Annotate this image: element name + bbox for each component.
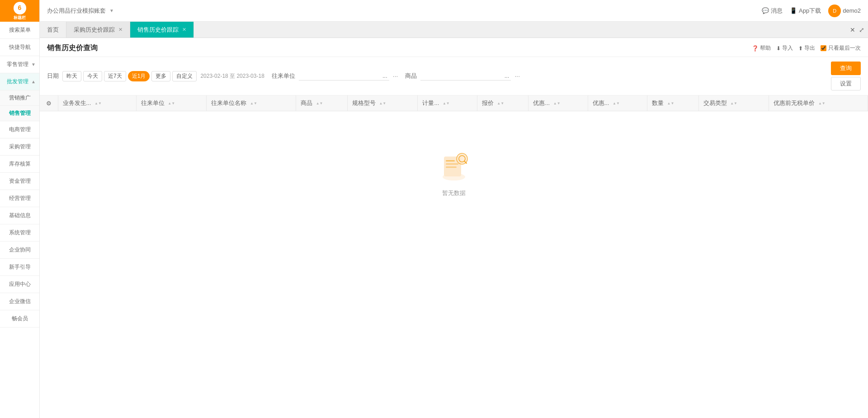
source-unit-label: 往来单位 [272,72,295,80]
date-btn-7days[interactable]: 近7天 [104,71,126,81]
table-header: ⚙ 业务发生... ▲▼ 往来单位 ▲▼ 往来单位名称 ▲▼ [40,95,868,111]
page-header-actions: ❓ 帮助 ⬇ 导入 ⬆ 导出 只看最后一次 [752,44,861,52]
top-header: 办公用品行业模拟账套 ▼ 💬 消息 📱 App下载 D demo2 [40,0,868,22]
sidebar-item-member[interactable]: 畅会员 [0,310,39,328]
sort-icon-qty: ▲▼ [667,102,674,105]
tab-close-sales[interactable]: ✕ [182,27,186,33]
main-content: 办公用品行业模拟账套 ▼ 💬 消息 📱 App下载 D demo2 首页 [40,0,868,418]
sidebar-item-guide[interactable]: 新手引导 [0,259,39,276]
sidebar-item-cooperation[interactable]: 企业协同 [0,242,39,259]
import-icon: ⬇ [776,45,781,52]
sidebar-item-app-center[interactable]: 应用中心 [0,276,39,293]
empty-state: 暂无数据 [40,111,868,233]
sidebar-sub-section: 营销推广 销售管理 [0,90,39,121]
app-download-button[interactable]: 📱 App下载 [790,7,821,15]
data-table: ⚙ 业务发生... ▲▼ 往来单位 ▲▼ 往来单位名称 ▲▼ [40,95,868,111]
tab-purchase[interactable]: 采购历史价跟踪 ✕ [66,22,130,38]
date-range-display: 2023-02-18 至 2023-03-18 [200,72,264,80]
th-business-date[interactable]: 业务发生... ▲▼ [58,95,136,111]
sort-icon-unit: ▲▼ [443,102,450,105]
sidebar-sub-item-sales[interactable]: 销售管理 [0,106,39,121]
export-icon: ⬆ [798,45,803,52]
date-btn-today[interactable]: 今天 [83,71,102,81]
table-header-row: ⚙ 业务发生... ▲▼ 往来单位 ▲▼ 往来单位名称 ▲▼ [40,95,868,111]
header-dropdown-icon[interactable]: ▼ [109,8,114,13]
th-gear[interactable]: ⚙ [40,95,58,111]
sort-icon-business-date: ▲▼ [94,102,102,105]
date-btn-custom[interactable]: 自定义 [172,71,197,81]
import-button[interactable]: ⬇ 导入 [776,44,793,52]
user-profile[interactable]: D demo2 [828,5,861,17]
date-btn-1month[interactable]: 近1月 [128,71,150,81]
tab-close-purchase[interactable]: ✕ [118,27,123,33]
sort-icon-goods: ▲▼ [316,102,323,105]
tab-sales[interactable]: 销售历史价跟踪 ✕ [130,22,194,38]
header-left: 办公用品行业模拟账套 ▼ [47,7,114,15]
only-last-checkbox-label[interactable]: 只看最后一次 [821,44,861,52]
svg-rect-2 [446,160,455,162]
sort-icon-quote: ▲▼ [497,102,504,105]
export-button[interactable]: ⬆ 导出 [798,44,815,52]
chevron-down-icon: ▼ [31,62,36,67]
sidebar-item-system[interactable]: 系统管理 [0,224,39,242]
th-discount2[interactable]: 优惠... ▲▼ [588,95,647,111]
th-quote[interactable]: 报价 ▲▼ [477,95,528,111]
date-filter-group: 日期 昨天 今天 近7天 近1月 更多 自定义 2023-02-18 至 202… [47,71,264,81]
goods-filter: 商品 ··· [405,71,520,81]
header-title: 办公用品行业模拟账套 [47,7,106,15]
sidebar-item-ecommerce[interactable]: 电商管理 [0,121,39,138]
th-unit[interactable]: 计量... ▲▼ [418,95,477,111]
source-unit-input[interactable] [299,71,389,81]
date-btn-more[interactable]: 更多 [151,71,170,81]
svg-rect-3 [446,163,458,165]
sidebar-item-purchase[interactable]: 采购管理 [0,138,39,156]
sidebar-item-retail[interactable]: 零售管理 ▼ [0,56,39,73]
th-pretax-price[interactable]: 优惠前无税单价 ▲▼ [769,95,868,111]
tab-close-all-icon[interactable]: ✕ [850,26,855,33]
th-partner-name[interactable]: 往来单位名称 ▲▼ [207,95,296,111]
tab-bar-actions: ✕ ⤢ [846,22,868,38]
source-unit-ellipsis[interactable]: ··· [393,72,398,80]
th-discount1[interactable]: 优惠... ▲▼ [528,95,588,111]
goods-input[interactable] [420,71,511,81]
help-button[interactable]: ❓ 帮助 [752,44,771,52]
only-last-checkbox[interactable] [821,45,826,51]
sidebar-item-operation[interactable]: 经营管理 [0,190,39,207]
message-icon: 💬 [762,7,769,14]
gear-icon[interactable]: ⚙ [46,100,52,107]
svg-rect-4 [446,166,457,168]
tab-bar: 首页 采购历史价跟踪 ✕ 销售历史价跟踪 ✕ ✕ ⤢ [40,22,868,38]
th-partner-code[interactable]: 往来单位 ▲▼ [136,95,207,111]
th-spec[interactable]: 规格型号 ▲▼ [347,95,418,111]
date-btn-yesterday[interactable]: 昨天 [62,71,81,81]
sidebar-item-basic-info[interactable]: 基础信息 [0,207,39,224]
source-unit-filter: 往来单位 ··· [272,71,398,81]
empty-icon [436,147,472,184]
sidebar-item-wholesale[interactable]: 批发管理 ▲ [0,73,39,90]
sidebar-item-finance[interactable]: 资金管理 [0,173,39,190]
help-icon: ❓ [752,45,759,52]
message-button[interactable]: 💬 消息 [762,7,783,15]
goods-ellipsis[interactable]: ··· [514,72,520,80]
sidebar-item-wechat[interactable]: 企业微信 [0,293,39,310]
sidebar-item-inventory[interactable]: 库存核算 [0,156,39,173]
settings-button[interactable]: 设置 [831,77,861,90]
sort-icon-partner-name: ▲▼ [250,102,257,105]
tab-maximize-icon[interactable]: ⤢ [859,26,864,33]
sort-icon-discount1: ▲▼ [553,102,561,105]
sort-icon-spec: ▲▼ [379,102,386,105]
th-trade-type[interactable]: 交易类型 ▲▼ [698,95,769,111]
goods-label: 商品 [405,72,417,80]
tab-home[interactable]: 首页 [40,22,66,38]
th-qty[interactable]: 数量 ▲▼ [647,95,698,111]
page-title: 销售历史价查询 [47,43,98,53]
empty-text: 暂无数据 [442,189,466,197]
sidebar-item-quicknav[interactable]: 快捷导航 [0,39,39,56]
sidebar-sub-item-marketing[interactable]: 营销推广 [0,90,39,106]
sidebar-item-search[interactable]: 搜索菜单 [0,22,39,39]
query-button[interactable]: 查询 [831,62,861,75]
th-goods[interactable]: 商品 ▲▼ [296,95,348,111]
tab-bar-spacer [194,22,846,38]
avatar: D [828,5,841,17]
logo-text: 标题栏 [14,15,26,20]
